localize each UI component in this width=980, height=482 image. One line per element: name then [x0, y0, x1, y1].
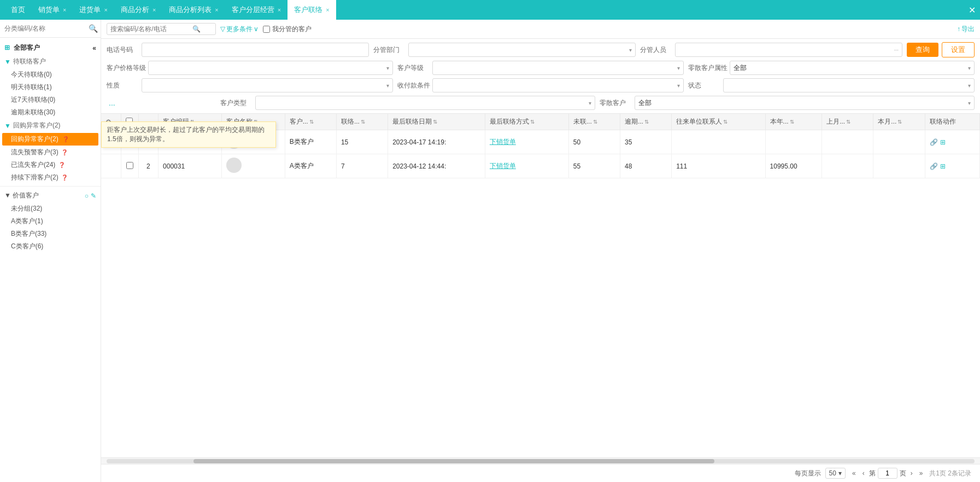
- customer-level-select[interactable]: ▾: [432, 61, 684, 75]
- all-customers-header[interactable]: ⊞ 全部客户 «: [0, 41, 101, 55]
- td-gear-2: [101, 154, 121, 178]
- retail-customer-select[interactable]: 全部 ▾: [635, 96, 975, 110]
- collapse-icon[interactable]: «: [92, 44, 96, 52]
- retail-attr-select[interactable]: 全部 ▾: [730, 61, 975, 75]
- sidebar-item-7days[interactable]: 近7天待联络(0): [0, 94, 101, 106]
- edit-icon[interactable]: ✎: [91, 192, 96, 200]
- sort-date[interactable]: ⇅: [433, 119, 437, 125]
- per-page-select[interactable]: 50 ▾: [825, 468, 846, 479]
- circle-icon[interactable]: ○: [85, 192, 89, 200]
- td-last-date-1: 2023-04-17 14:19:: [388, 130, 485, 154]
- sidebar-item-churn-warning[interactable]: 流失预警客户(3) ❓: [0, 146, 101, 159]
- filter-row-2: 客户价格等级 ▾ 客户等级 ▾ 零散客户属性 全部: [107, 61, 975, 75]
- sidebar-item-repurchase-abnormal-active[interactable]: 回购异常客户(2) ❓: [2, 133, 98, 146]
- current-page-input[interactable]: [878, 468, 897, 479]
- g-arrow: ▾: [386, 83, 389, 89]
- close-analysis-tab[interactable]: ×: [152, 7, 156, 13]
- total-info: 共1页 2条记录: [929, 469, 971, 478]
- more-dots-btn[interactable]: ...: [107, 98, 118, 107]
- action-grid-icon-2[interactable]: ⊞: [940, 162, 946, 170]
- action-grid-icon-1[interactable]: ⊞: [940, 138, 946, 146]
- sidebar-item-ungroup[interactable]: 未分组(32): [0, 202, 101, 215]
- my-customer-checkbox[interactable]: [263, 26, 270, 33]
- filter-price-level: 客户价格等级 ▾: [107, 61, 393, 75]
- chevron-down-icon: ∨: [254, 25, 259, 33]
- sort-contact[interactable]: ⇅: [361, 119, 365, 125]
- sidebar-search-icon[interactable]: 🔍: [89, 24, 98, 33]
- sidebar-item-overdue[interactable]: 逾期未联络(30): [0, 106, 101, 119]
- export-button[interactable]: ↑ 导出: [957, 25, 975, 34]
- table-row: 2 000031 A类客户 7: [101, 154, 980, 178]
- method-link-2[interactable]: 下销货单: [490, 162, 516, 170]
- scroll-thumb[interactable]: [193, 459, 714, 463]
- close-segment-tab[interactable]: ×: [278, 7, 281, 13]
- sidebar-item-b-class[interactable]: B类客户(33): [0, 228, 101, 240]
- last-page-btn[interactable]: »: [917, 468, 925, 478]
- filter-status: 状态 ▾: [688, 78, 975, 92]
- expand-icon2: ▼: [4, 122, 11, 130]
- nav-tab-home[interactable]: 首页: [4, 0, 32, 20]
- sidebar-item-churned[interactable]: 已流失客户(24) ❓: [0, 159, 101, 171]
- action-link-icon-1[interactable]: 🔗: [930, 138, 938, 146]
- rc-arrow: ▾: [968, 100, 971, 106]
- sidebar-item-declining[interactable]: 持续下滑客户(2) ❓: [0, 171, 101, 184]
- top-nav: 首页 销货单 × 进货单 × 商品分析 × 商品分析列表 × 客户分层经营 × …: [0, 0, 980, 20]
- action-link-icon-2[interactable]: 🔗: [930, 162, 938, 170]
- price-level-select[interactable]: ▾: [148, 61, 393, 75]
- prev-page-btn[interactable]: ‹: [860, 468, 867, 478]
- nav-tab-analysis-list[interactable]: 商品分析列表 ×: [162, 0, 225, 20]
- nav-tab-customer-contact[interactable]: 客户联络 ×: [287, 0, 336, 20]
- department-select[interactable]: ▾: [408, 43, 636, 57]
- sort-not-contact[interactable]: ⇅: [593, 119, 597, 125]
- status-select[interactable]: ▾: [723, 78, 975, 92]
- sort-history[interactable]: ⇅: [723, 119, 727, 125]
- first-page-btn[interactable]: «: [850, 468, 858, 478]
- search-bar-icon[interactable]: 🔍: [192, 25, 201, 33]
- sort-this-month[interactable]: ⇅: [897, 119, 902, 125]
- sort-overdue[interactable]: ⇅: [644, 119, 649, 125]
- settings-button[interactable]: 设置: [942, 42, 975, 57]
- customer-type-select[interactable]: ▾: [255, 96, 595, 110]
- gender-select[interactable]: ▾: [142, 78, 393, 92]
- close-contact-tab[interactable]: ×: [326, 7, 329, 13]
- sort-this-year[interactable]: ⇅: [790, 119, 794, 125]
- close-analysis-list-tab[interactable]: ×: [215, 7, 218, 13]
- th-this-month: 本月... ⇅: [873, 114, 925, 130]
- filter-more-dots-item: ...: [107, 98, 216, 107]
- sort-method[interactable]: ⇅: [530, 119, 535, 125]
- horizontal-scrollbar[interactable]: [101, 457, 980, 464]
- close-sales-tab[interactable]: ×: [63, 7, 66, 13]
- section-repurchase-abnormal[interactable]: ▼ 回购异常客户(2): [0, 119, 101, 132]
- nav-tab-customer-segment[interactable]: 客户分层经营 ×: [225, 0, 287, 20]
- query-button[interactable]: 查询: [907, 43, 938, 57]
- sidebar-search-input[interactable]: [4, 25, 86, 32]
- sort-last-month[interactable]: ⇅: [846, 119, 850, 125]
- sidebar-item-tomorrow[interactable]: 明天待联络(1): [0, 81, 101, 94]
- nav-tab-sales[interactable]: 销货单 ×: [32, 0, 73, 20]
- manager-select[interactable]: ···: [675, 43, 902, 57]
- td-overdue-1: 35: [620, 130, 671, 154]
- phone-input[interactable]: [142, 43, 369, 57]
- method-link-1[interactable]: 下销货单: [490, 138, 516, 146]
- search-input[interactable]: [110, 25, 192, 33]
- sidebar-item-today[interactable]: 今天待联络(0): [0, 68, 101, 81]
- filter-icon: ▽: [220, 25, 225, 33]
- row2-checkbox[interactable]: [126, 162, 133, 169]
- sidebar-item-a-class[interactable]: A类客户(1): [0, 215, 101, 228]
- nav-tab-purchase[interactable]: 进货单 ×: [73, 0, 114, 20]
- td-not-contact-1: 50: [568, 130, 620, 154]
- more-conditions-btn[interactable]: ▽ 更多条件 ∨: [220, 25, 259, 34]
- close-all-tabs[interactable]: ✕: [969, 5, 976, 15]
- section-pending-contact[interactable]: ▼ 待联络客户: [0, 55, 101, 68]
- sidebar-item-c-class[interactable]: C类客户(6): [0, 240, 101, 253]
- scroll-track[interactable]: [107, 459, 975, 463]
- cl-arrow: ▾: [677, 65, 680, 71]
- next-page-btn[interactable]: ›: [908, 468, 915, 478]
- page-unit: 页: [900, 469, 906, 478]
- close-purchase-tab[interactable]: ×: [104, 7, 107, 13]
- section-value-label[interactable]: ▼ 价值客户: [4, 191, 39, 200]
- th-action: 联络动作: [925, 114, 979, 130]
- nav-tab-analysis[interactable]: 商品分析 ×: [114, 0, 162, 20]
- sort-level[interactable]: ⇅: [309, 119, 314, 125]
- payment-select[interactable]: ▾: [432, 78, 684, 92]
